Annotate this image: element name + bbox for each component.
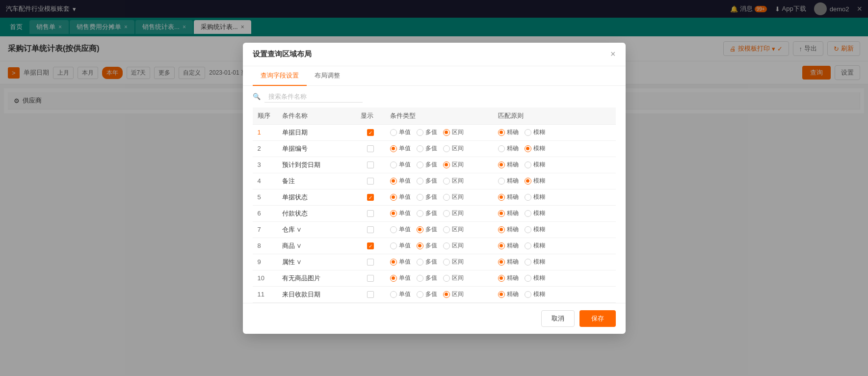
display-checkbox[interactable] — [367, 194, 374, 201]
radio-type-区间[interactable]: 区间 — [443, 242, 464, 250]
display-checkbox[interactable] — [367, 275, 374, 282]
row-type-cell: 单值多值区间 — [385, 286, 493, 302]
radio-circle — [390, 145, 397, 152]
radio-circle — [417, 210, 423, 217]
radio-match-模糊[interactable]: 模糊 — [525, 128, 545, 136]
display-checkbox[interactable] — [367, 226, 374, 233]
radio-type-区间[interactable]: 区间 — [443, 290, 464, 298]
radio-match-精确[interactable]: 精确 — [498, 193, 519, 201]
radio-type-区间[interactable]: 区间 — [443, 274, 464, 282]
radio-circle — [390, 259, 397, 266]
radio-circle — [443, 194, 450, 201]
radio-circle — [390, 129, 397, 136]
radio-circle — [498, 129, 505, 136]
row-field-name: 来日收款日期 — [277, 286, 356, 302]
radio-type-多值[interactable]: 多值 — [417, 274, 437, 282]
radio-match-模糊[interactable]: 模糊 — [525, 258, 545, 266]
radio-type-单值[interactable]: 单值 — [390, 274, 411, 282]
display-checkbox[interactable] — [367, 259, 374, 266]
radio-type-多值[interactable]: 多值 — [417, 258, 437, 266]
radio-type-多值[interactable]: 多值 — [417, 177, 437, 185]
search-input[interactable] — [264, 91, 363, 103]
radio-match-模糊[interactable]: 模糊 — [525, 177, 545, 185]
radio-type-区间[interactable]: 区间 — [443, 258, 464, 266]
modal-tab-layout[interactable]: 布局调整 — [307, 66, 348, 86]
row-type-cell: 单值多值区间 — [385, 140, 493, 157]
radio-type-区间[interactable]: 区间 — [443, 177, 464, 185]
radio-match-精确[interactable]: 精确 — [498, 177, 519, 185]
radio-match-精确[interactable]: 精确 — [498, 209, 519, 217]
radio-type-单值[interactable]: 单值 — [390, 144, 411, 153]
radio-type-单值[interactable]: 单值 — [390, 258, 411, 266]
display-checkbox[interactable] — [367, 161, 374, 168]
radio-type-单值[interactable]: 单值 — [390, 242, 411, 250]
radio-type-区间[interactable]: 区间 — [443, 144, 464, 153]
radio-type-多值[interactable]: 多值 — [417, 209, 437, 217]
row-field-name: 付款状态 — [277, 205, 356, 221]
radio-type-多值[interactable]: 多值 — [417, 225, 437, 234]
radio-type-区间[interactable]: 区间 — [443, 209, 464, 217]
display-checkbox[interactable] — [367, 242, 374, 249]
radio-match-模糊[interactable]: 模糊 — [525, 144, 545, 153]
modal-close-button[interactable]: × — [610, 50, 616, 58]
radio-match-模糊[interactable]: 模糊 — [525, 161, 545, 169]
row-match-cell: 精确模糊 — [493, 221, 616, 238]
row-order-9: 9 — [253, 254, 277, 270]
radio-type-单值[interactable]: 单值 — [390, 128, 411, 136]
display-checkbox[interactable] — [367, 178, 374, 185]
radio-match-模糊[interactable]: 模糊 — [525, 225, 545, 234]
row-match-cell: 精确模糊 — [493, 270, 616, 286]
radio-type-区间[interactable]: 区间 — [443, 193, 464, 201]
row-match-cell: 精确模糊 — [493, 140, 616, 157]
radio-circle — [525, 275, 531, 282]
row-display-checkbox-cell — [356, 173, 385, 189]
radio-match-精确[interactable]: 精确 — [498, 290, 519, 298]
display-checkbox[interactable] — [367, 291, 374, 298]
radio-type-多值[interactable]: 多值 — [417, 161, 437, 169]
radio-type-区间[interactable]: 区间 — [443, 225, 464, 234]
radio-circle — [525, 161, 531, 168]
row-type-cell: 单值多值区间 — [385, 173, 493, 189]
radio-type-单值[interactable]: 单值 — [390, 193, 411, 201]
radio-match-模糊[interactable]: 模糊 — [525, 193, 545, 201]
row-field-name: 单据日期 — [277, 124, 356, 140]
radio-type-单值[interactable]: 单值 — [390, 290, 411, 298]
radio-type-多值[interactable]: 多值 — [417, 193, 437, 201]
radio-match-模糊[interactable]: 模糊 — [525, 242, 545, 250]
radio-type-单值[interactable]: 单值 — [390, 177, 411, 185]
radio-match-精确[interactable]: 精确 — [498, 242, 519, 250]
radio-match-精确[interactable]: 精确 — [498, 161, 519, 169]
row-display-checkbox-cell — [356, 286, 385, 302]
row-type-cell: 单值多值区间 — [385, 157, 493, 173]
radio-circle — [525, 178, 531, 185]
radio-type-单值[interactable]: 单值 — [390, 209, 411, 217]
radio-match-精确[interactable]: 精确 — [498, 258, 519, 266]
radio-type-区间[interactable]: 区间 — [443, 128, 464, 136]
display-checkbox[interactable] — [367, 210, 374, 217]
radio-match-精确[interactable]: 精确 — [498, 128, 519, 136]
radio-match-模糊[interactable]: 模糊 — [525, 290, 545, 298]
radio-match-模糊[interactable]: 模糊 — [525, 274, 545, 282]
radio-type-多值[interactable]: 多值 — [417, 128, 437, 136]
radio-circle — [525, 145, 531, 152]
radio-type-单值[interactable]: 单值 — [390, 161, 411, 169]
radio-type-多值[interactable]: 多值 — [417, 290, 437, 298]
modal-title: 设置查询区域布局 — [253, 50, 312, 59]
radio-circle — [498, 194, 505, 201]
row-display-checkbox-cell — [356, 189, 385, 205]
radio-type-多值[interactable]: 多值 — [417, 144, 437, 153]
save-button[interactable]: 保存 — [579, 310, 616, 327]
radio-type-区间[interactable]: 区间 — [443, 161, 464, 169]
radio-match-模糊[interactable]: 模糊 — [525, 209, 545, 217]
row-order-11: 11 — [253, 286, 277, 302]
radio-match-精确[interactable]: 精确 — [498, 144, 519, 153]
display-checkbox[interactable] — [367, 129, 374, 136]
radio-match-精确[interactable]: 精确 — [498, 225, 519, 234]
cancel-button[interactable]: 取消 — [541, 310, 575, 327]
radio-type-单值[interactable]: 单值 — [390, 225, 411, 234]
row-order-10: 10 — [253, 270, 277, 286]
radio-type-多值[interactable]: 多值 — [417, 242, 437, 250]
modal-tab-query-fields[interactable]: 查询字段设置 — [253, 66, 307, 86]
display-checkbox[interactable] — [367, 145, 374, 152]
radio-match-精确[interactable]: 精确 — [498, 274, 519, 282]
